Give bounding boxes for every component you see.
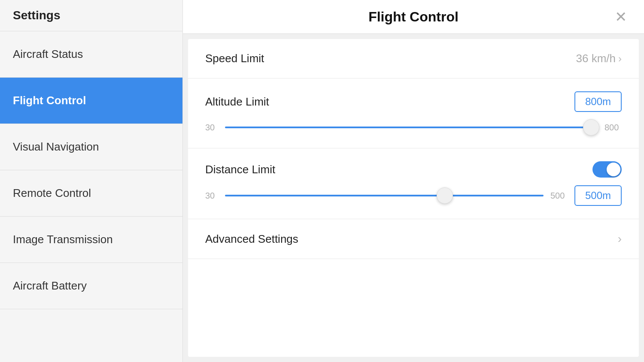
distance-slider-min: 30 bbox=[205, 191, 218, 201]
altitude-slider-min: 30 bbox=[205, 123, 218, 133]
main-content: Flight Control ✕ Speed Limit 36 km/h › A… bbox=[183, 0, 644, 362]
speed-limit-chevron-icon: › bbox=[618, 53, 622, 65]
speed-limit-value: 36 km/h bbox=[576, 52, 616, 65]
distance-limit-input[interactable]: 500m bbox=[574, 185, 622, 206]
sidebar: Settings Aircraft Status Flight Control … bbox=[0, 0, 183, 362]
altitude-slider-thumb[interactable] bbox=[583, 119, 599, 136]
sidebar-header: Settings bbox=[0, 0, 182, 31]
speed-limit-header: Speed Limit 36 km/h › bbox=[205, 52, 622, 65]
sidebar-item-flight-control[interactable]: Flight Control bbox=[0, 78, 182, 124]
distance-slider-max: 500 bbox=[550, 191, 568, 201]
advanced-settings-label: Advanced Settings bbox=[205, 232, 298, 246]
altitude-slider-container: 30 800 bbox=[205, 120, 622, 135]
sidebar-item-visual-navigation[interactable]: Visual Navigation bbox=[0, 124, 182, 170]
distance-slider-container: 30 500 500m bbox=[205, 185, 622, 206]
altitude-slider-wrapper[interactable] bbox=[225, 120, 598, 135]
distance-slider-thumb[interactable] bbox=[437, 187, 453, 204]
advanced-settings-row[interactable]: Advanced Settings › bbox=[188, 219, 639, 259]
page-title: Flight Control bbox=[368, 9, 459, 25]
toggle-thumb bbox=[607, 163, 620, 176]
altitude-limit-input[interactable]: 800m bbox=[574, 91, 622, 112]
distance-slider-track bbox=[225, 195, 544, 196]
altitude-limit-row: Altitude Limit 800m 30 800 bbox=[188, 78, 639, 148]
sidebar-item-image-transmission[interactable]: Image Transmission bbox=[0, 217, 182, 263]
distance-limit-toggle[interactable] bbox=[592, 161, 622, 178]
distance-slider-wrapper[interactable] bbox=[225, 188, 544, 203]
speed-limit-label: Speed Limit bbox=[205, 52, 264, 65]
sidebar-item-aircraft-battery[interactable]: Aircraft Battery bbox=[0, 263, 182, 309]
speed-limit-row: Speed Limit 36 km/h › bbox=[188, 39, 639, 78]
sidebar-title: Settings bbox=[13, 9, 170, 22]
advanced-settings-header: Advanced Settings › bbox=[205, 232, 622, 246]
altitude-slider-track bbox=[225, 127, 598, 128]
app-container: Settings Aircraft Status Flight Control … bbox=[0, 0, 644, 362]
content-area: Speed Limit 36 km/h › Altitude Limit 800… bbox=[188, 39, 639, 357]
advanced-settings-chevron-icon: › bbox=[618, 232, 622, 246]
speed-limit-value-container[interactable]: 36 km/h › bbox=[576, 52, 622, 65]
altitude-limit-label: Altitude Limit bbox=[205, 95, 269, 109]
altitude-limit-header: Altitude Limit 800m bbox=[205, 91, 622, 112]
main-header: Flight Control ✕ bbox=[183, 0, 644, 34]
sidebar-item-aircraft-status[interactable]: Aircraft Status bbox=[0, 31, 182, 78]
sidebar-item-remote-control[interactable]: Remote Control bbox=[0, 170, 182, 217]
altitude-slider-max: 800 bbox=[605, 123, 622, 133]
distance-limit-header: Distance Limit bbox=[205, 161, 622, 178]
distance-limit-row: Distance Limit 30 500 500m bbox=[188, 148, 639, 219]
distance-limit-label: Distance Limit bbox=[205, 163, 275, 176]
close-button[interactable]: ✕ bbox=[615, 9, 627, 24]
